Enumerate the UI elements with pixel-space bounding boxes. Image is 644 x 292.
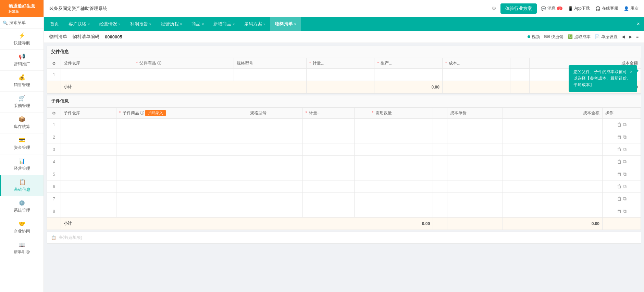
- child-cell-unit-3[interactable]: [302, 143, 355, 156]
- tooltip-close[interactable]: ×: [630, 69, 632, 75]
- child-cell-qty-1[interactable]: [369, 119, 433, 131]
- copy-icon-7[interactable]: ⧉: [623, 196, 627, 202]
- child-cell-unitcost-8[interactable]: [447, 205, 503, 218]
- delete-icon-1[interactable]: 🗑: [617, 122, 622, 128]
- tab-history[interactable]: 经营历程 ×: [156, 17, 187, 31]
- child-cell-qty-3[interactable]: [369, 143, 433, 156]
- tab-profit-close[interactable]: ×: [149, 22, 151, 26]
- delete-icon-2[interactable]: 🗑: [617, 134, 622, 140]
- delete-icon-6[interactable]: 🗑: [617, 184, 622, 189]
- child-cell-qty-8[interactable]: [369, 205, 433, 218]
- child-cell-warehouse-3[interactable]: [61, 143, 116, 156]
- child-cell-spec-5[interactable]: [247, 168, 302, 180]
- child-cell-unitcost-7[interactable]: [447, 193, 503, 205]
- sidebar-item-system[interactable]: ⚙️ 系统管理: [0, 196, 44, 217]
- trial-button[interactable]: 体验行业方案: [500, 3, 537, 14]
- tab-profit[interactable]: 利润报告 ×: [125, 17, 156, 31]
- online-service-item[interactable]: 🎧 在线客服: [595, 5, 618, 11]
- child-cell-goods-1[interactable]: [116, 119, 247, 131]
- child-cell-goods-5[interactable]: [116, 168, 247, 180]
- tab-customer-close[interactable]: ×: [88, 22, 90, 26]
- parent-cell-spec-1[interactable]: [234, 69, 306, 81]
- child-cell-goods-3[interactable]: [116, 143, 247, 156]
- child-cell-qty-6[interactable]: [369, 180, 433, 193]
- parent-cell-goods-1[interactable]: [133, 69, 234, 81]
- child-cell-unit-1[interactable]: [302, 119, 355, 131]
- copy-icon-1[interactable]: ⧉: [623, 122, 627, 128]
- app-download-item[interactable]: 📱 App下载: [568, 5, 590, 11]
- parent-cell-warehouse-1[interactable]: [61, 69, 133, 81]
- child-cell-unit-8[interactable]: [302, 205, 355, 218]
- parent-cell-produce-1[interactable]: [374, 69, 443, 81]
- child-cell-unitcost-3[interactable]: [447, 143, 503, 156]
- sidebar-item-marketing[interactable]: 📢 营销推广: [0, 50, 44, 71]
- child-cell-spec-4[interactable]: [247, 156, 302, 168]
- tab-barcode[interactable]: 条码方案 ×: [239, 17, 270, 31]
- child-cell-unitcost-1[interactable]: [447, 119, 503, 131]
- sidebar-item-guide[interactable]: 📖 新手引导: [0, 238, 44, 259]
- child-cell-goods-7[interactable]: [116, 193, 247, 205]
- nav-prev[interactable]: ◀: [622, 34, 625, 39]
- delete-icon-3[interactable]: 🗑: [617, 147, 622, 152]
- action-cost[interactable]: 💹 提取成本: [568, 34, 591, 40]
- sidebar-item-finance[interactable]: 💳 资金管理: [0, 133, 44, 154]
- child-cell-warehouse-7[interactable]: [61, 193, 116, 205]
- child-cell-spec-7[interactable]: [247, 193, 302, 205]
- tab-operation-status[interactable]: 经营情况 ×: [95, 17, 125, 31]
- child-cell-warehouse-8[interactable]: [61, 205, 116, 218]
- child-cell-unitcost-6[interactable]: [447, 180, 503, 193]
- parent-cell-cost-1[interactable]: [442, 69, 510, 81]
- child-cell-spec-3[interactable]: [247, 143, 302, 156]
- tab-home[interactable]: 首页: [45, 17, 64, 31]
- child-cell-warehouse-1[interactable]: [61, 119, 116, 131]
- child-cell-spec-6[interactable]: [247, 180, 302, 193]
- child-cell-goods-6[interactable]: [116, 180, 247, 193]
- child-col-settings[interactable]: ⚙: [47, 108, 61, 119]
- sidebar-item-quick-nav[interactable]: ⚡ 快捷导航: [0, 29, 44, 50]
- delete-icon-8[interactable]: 🗑: [617, 208, 622, 214]
- child-cell-unit-6[interactable]: [302, 180, 355, 193]
- child-cell-unit-2[interactable]: [302, 131, 355, 143]
- copy-icon-3[interactable]: ⧉: [623, 147, 627, 152]
- copy-icon-4[interactable]: ⧉: [623, 159, 627, 165]
- child-cell-warehouse-5[interactable]: [61, 168, 116, 180]
- child-cell-unitcost-4[interactable]: [447, 156, 503, 168]
- sidebar-item-operation[interactable]: 📊 经营管理: [0, 154, 44, 175]
- child-cell-unitcost-2[interactable]: [447, 131, 503, 143]
- delete-icon-7[interactable]: 🗑: [617, 196, 622, 202]
- action-video[interactable]: 视频: [528, 34, 540, 40]
- copy-icon-8[interactable]: ⧉: [623, 208, 627, 214]
- child-cell-warehouse-4[interactable]: [61, 156, 116, 168]
- child-cell-qty-7[interactable]: [369, 193, 433, 205]
- tab-bom[interactable]: 物料清单 ×: [270, 17, 301, 31]
- child-cell-goods-8[interactable]: [116, 205, 247, 218]
- child-cell-unit-5[interactable]: [302, 168, 355, 180]
- sidebar-search[interactable]: 🔍 搜索菜单: [0, 17, 44, 29]
- sidebar-item-cooperation[interactable]: 🤝 企业协同: [0, 217, 44, 238]
- child-cell-qty-2[interactable]: [369, 131, 433, 143]
- sidebar-item-inventory[interactable]: 📦 库存核算: [0, 113, 44, 133]
- copy-icon-2[interactable]: ⧉: [623, 134, 627, 140]
- parent-cell-unit-1[interactable]: [306, 69, 374, 81]
- user-item[interactable]: 👤 用友: [624, 5, 639, 11]
- child-cell-unit-4[interactable]: [302, 156, 355, 168]
- parent-col-settings[interactable]: ⚙: [47, 58, 61, 69]
- child-cell-goods-2[interactable]: [116, 131, 247, 143]
- scan-button[interactable]: 扫码录入: [145, 110, 166, 116]
- child-cell-spec-8[interactable]: [247, 205, 302, 218]
- child-cell-warehouse-2[interactable]: [61, 131, 116, 143]
- child-cell-unitcost-5[interactable]: [447, 168, 503, 180]
- tab-customer[interactable]: 客户联络 ×: [64, 17, 95, 31]
- tab-operation-status-close[interactable]: ×: [119, 22, 121, 26]
- child-cell-qty-4[interactable]: [369, 156, 433, 168]
- child-cell-unit-7[interactable]: [302, 193, 355, 205]
- copy-icon-6[interactable]: ⧉: [623, 184, 627, 189]
- tab-add-goods[interactable]: 新增商品 ×: [209, 17, 239, 31]
- settings-icon[interactable]: ⚙: [492, 5, 496, 12]
- action-settings[interactable]: 📄 单据设置: [595, 34, 618, 40]
- sidebar-item-sales[interactable]: 💰 销售管理: [0, 71, 44, 92]
- sidebar-item-basic-info[interactable]: 📋 基础信息: [0, 175, 44, 196]
- child-cell-warehouse-6[interactable]: [61, 180, 116, 193]
- tab-add-goods-close[interactable]: ×: [233, 22, 235, 26]
- child-cell-spec-2[interactable]: [247, 131, 302, 143]
